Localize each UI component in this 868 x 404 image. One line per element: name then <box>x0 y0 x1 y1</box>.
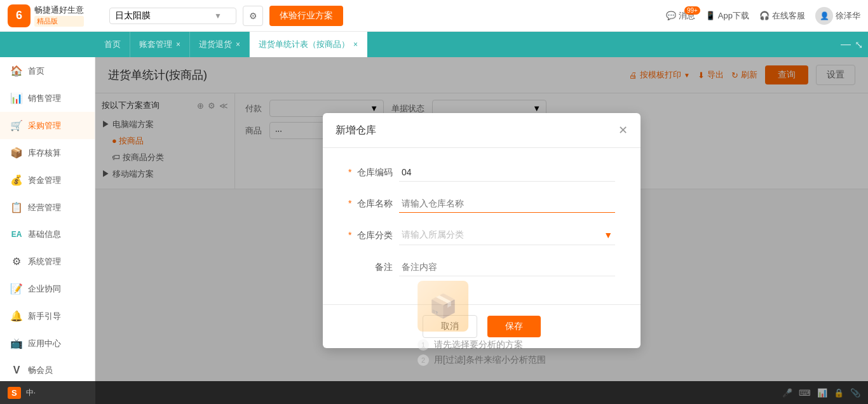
tab-bar: 首页 账套管理 × 进货退货 × 进货单统计表（按商品） × — ⤡ <box>0 32 868 57</box>
tab-account[interactable]: 账套管理 × <box>130 32 190 57</box>
notifications-item[interactable]: 💬 消息 99+ <box>666 10 695 22</box>
tab-expand-icon[interactable]: ⤡ <box>855 39 863 51</box>
warehouse-category-select[interactable]: 请输入所属分类 ▼ <box>399 226 615 245</box>
sales-icon: 📊 <box>10 92 23 104</box>
form-row-remark: 备注 <box>348 258 615 276</box>
remark-input[interactable] <box>399 258 615 276</box>
tab-minimize-icon[interactable]: — <box>841 39 851 50</box>
guide-icon: 🔔 <box>10 310 23 322</box>
notifications-badge: 99+ <box>684 6 700 15</box>
sidebar-item-guide[interactable]: 🔔 新手引导 <box>0 302 95 330</box>
basic-info-icon: EA <box>10 230 23 239</box>
content-area: 进货单统计(按商品) 🖨 按模板打印 ▼ ⬇ 导出 ↻ 刷新 查询 设置 <box>95 57 868 404</box>
search-bar[interactable]: ▼ <box>109 8 236 24</box>
vip-icon: V <box>10 365 23 376</box>
sidebar-item-sales[interactable]: 📊 销售管理 <box>0 84 95 112</box>
sidebar-item-finance[interactable]: 💰 资金管理 <box>0 166 95 194</box>
sidebar-item-basic-info[interactable]: EA 基础信息 <box>0 221 95 248</box>
tab-controls: — ⤡ <box>841 39 868 51</box>
main-layout: 🏠 首页 📊 销售管理 🛒 采购管理 📦 库存核算 💰 资金管理 📋 经营管理 … <box>0 57 868 404</box>
form-row-category: 仓库分类 请输入所属分类 ▼ <box>348 226 615 245</box>
logo-area: 6 畅捷通好生意 精品版 <box>8 4 103 27</box>
warehouse-name-input[interactable] <box>399 194 615 213</box>
inventory-icon: 📦 <box>10 147 23 159</box>
modal-close-button[interactable]: ✕ <box>618 123 628 137</box>
warehouse-name-label: 仓库名称 <box>348 198 399 210</box>
enterprise-icon: 📝 <box>10 283 23 295</box>
try-industry-button[interactable]: 体验行业方案 <box>269 6 343 26</box>
app-download-item[interactable]: 📱 App下载 <box>705 10 749 22</box>
operations-icon: 📋 <box>10 201 23 213</box>
sidebar-item-enterprise[interactable]: 📝 企业协同 <box>0 275 95 302</box>
category-chevron-icon: ▼ <box>604 230 613 240</box>
online-service-item[interactable]: 🎧 在线客服 <box>759 10 805 22</box>
tab-home[interactable]: 首页 <box>95 32 130 57</box>
remark-label: 备注 <box>348 262 399 273</box>
sidebar-item-operations[interactable]: 📋 经营管理 <box>0 194 95 221</box>
tab-close-purchase-return[interactable]: × <box>236 40 240 49</box>
bottom-text: 中· <box>26 387 36 398</box>
tab-close-account[interactable]: × <box>176 40 180 49</box>
finance-icon: 💰 <box>10 174 23 186</box>
sidebar-item-inventory[interactable]: 📦 库存核算 <box>0 139 95 166</box>
user-item[interactable]: 👤 徐泽华 <box>815 7 860 25</box>
sidebar-item-vip[interactable]: V 畅会员 <box>0 357 95 384</box>
top-bar: 6 畅捷通好生意 精品版 ▼ ⚙ 体验行业方案 💬 消息 99+ 📱 App下载… <box>0 0 868 32</box>
form-row-code: 仓库编码 <box>348 163 615 182</box>
bottom-left: S 中· <box>8 387 36 399</box>
home-icon: 🏠 <box>10 65 23 77</box>
category-placeholder: 请输入所属分类 <box>402 229 464 241</box>
logo-text: 畅捷通好生意 <box>34 4 84 16</box>
empty-step-2: 2 用[过滤]条件来缩小分析范围 <box>417 354 546 366</box>
form-row-name: 仓库名称 <box>348 194 615 213</box>
system-icon: ⚙ <box>10 255 23 267</box>
app-center-icon: 📺 <box>10 337 23 349</box>
headset-icon: 🎧 <box>759 11 770 20</box>
logo-icon: 6 <box>8 4 31 27</box>
modal-overlay: 📦 1 请先选择要分析的方案 2 用[过滤]条件来缩小分析范围 新增仓库 ✕ <box>95 57 868 404</box>
sidebar-item-home[interactable]: 🏠 首页 <box>0 57 95 84</box>
chevron-down-icon: ▼ <box>214 11 222 20</box>
tab-close-purchase-stats[interactable]: × <box>353 40 358 49</box>
purchase-icon: 🛒 <box>10 119 23 131</box>
tab-purchase-stats[interactable]: 进货单统计表（按商品） × <box>250 32 367 57</box>
step-1-num: 1 <box>417 339 429 351</box>
warehouse-code-input[interactable] <box>399 163 615 182</box>
modal-header: 新增仓库 ✕ <box>323 113 641 148</box>
empty-steps: 1 请先选择要分析的方案 2 用[过滤]条件来缩小分析范围 <box>417 339 546 366</box>
logo-text-area: 畅捷通好生意 精品版 <box>34 4 84 27</box>
empty-step-1: 1 请先选择要分析的方案 <box>417 339 546 351</box>
sidebar-item-purchase[interactable]: 🛒 采购管理 <box>0 112 95 139</box>
sidebar-item-system[interactable]: ⚙ 系统管理 <box>0 248 95 275</box>
tab-purchase-return[interactable]: 进货退货 × <box>190 32 250 57</box>
modal-title: 新增仓库 <box>336 124 376 137</box>
mobile-icon: 📱 <box>705 11 715 20</box>
logo-badge: 精品版 <box>34 16 84 27</box>
sidebar-item-app-center[interactable]: 📺 应用中心 <box>0 330 95 357</box>
user-name: 徐泽华 <box>836 10 860 22</box>
empty-icon: 📦 <box>417 281 468 332</box>
gear-button[interactable]: ⚙ <box>243 6 263 26</box>
avatar: 👤 <box>815 7 833 25</box>
s-logo: S <box>8 387 21 399</box>
top-right-area: 💬 消息 99+ 📱 App下载 🎧 在线客服 👤 徐泽华 <box>666 7 860 25</box>
search-input[interactable] <box>115 11 210 21</box>
sidebar: 🏠 首页 📊 销售管理 🛒 采购管理 📦 库存核算 💰 资金管理 📋 经营管理 … <box>0 57 95 404</box>
warehouse-code-label: 仓库编码 <box>348 167 399 178</box>
message-icon: 💬 <box>666 11 676 20</box>
step-2-num: 2 <box>417 354 429 366</box>
warehouse-category-label: 仓库分类 <box>348 230 399 241</box>
empty-state: 📦 1 请先选择要分析的方案 2 用[过滤]条件来缩小分析范围 <box>417 281 546 366</box>
